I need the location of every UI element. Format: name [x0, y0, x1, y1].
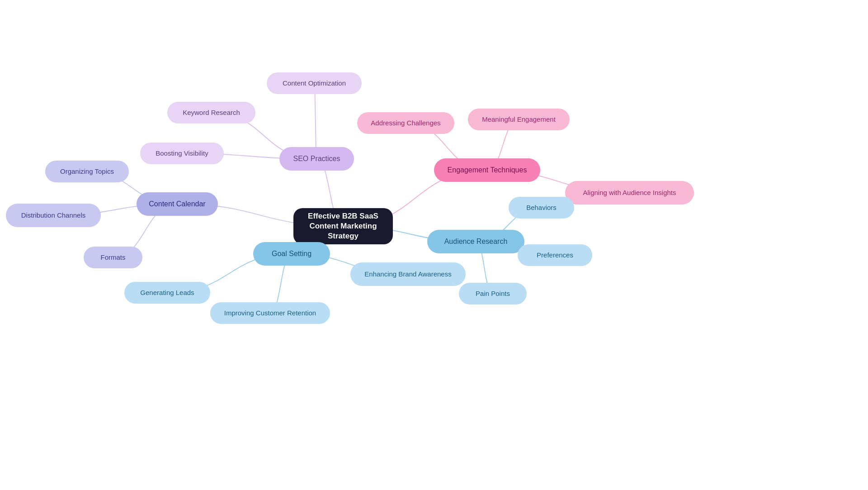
pain-points-node[interactable]: Pain Points — [459, 283, 527, 304]
engagement-techniques-label: Engagement Techniques — [448, 166, 527, 175]
generating-leads-node[interactable]: Generating Leads — [124, 282, 210, 304]
boosting-visibility-node[interactable]: Boosting Visibility — [140, 143, 224, 164]
seo-practices-label: SEO Practices — [293, 154, 340, 164]
distribution-channels-label: Distribution Channels — [21, 211, 86, 220]
content-calendar-label: Content Calendar — [149, 200, 205, 209]
meaningful-engagement-node[interactable]: Meaningful Engagement — [468, 109, 570, 130]
enhancing-brand-node[interactable]: Enhancing Brand Awareness — [350, 262, 466, 286]
center-node: Effective B2B SaaS Content Marketing Str… — [293, 208, 393, 244]
center-label: Effective B2B SaaS Content Marketing Str… — [303, 211, 383, 241]
audience-research-label: Audience Research — [444, 237, 508, 247]
keyword-research-node[interactable]: Keyword Research — [167, 102, 255, 124]
distribution-channels-node[interactable]: Distribution Channels — [6, 204, 101, 227]
meaningful-engagement-label: Meaningful Engagement — [482, 115, 556, 124]
content-calendar-node[interactable]: Content Calendar — [137, 192, 218, 216]
content-optimization-label: Content Optimization — [283, 79, 346, 88]
aligning-audience-label: Aligning with Audience Insights — [583, 188, 676, 197]
organizing-topics-node[interactable]: Organizing Topics — [45, 161, 129, 182]
goal-setting-label: Goal Setting — [272, 249, 311, 259]
content-optimization-node[interactable]: Content Optimization — [267, 72, 362, 94]
pain-points-label: Pain Points — [476, 289, 510, 298]
preferences-node[interactable]: Preferences — [518, 244, 592, 266]
organizing-topics-label: Organizing Topics — [60, 167, 114, 176]
enhancing-brand-label: Enhancing Brand Awareness — [364, 270, 451, 279]
formats-label: Formats — [100, 253, 125, 262]
behaviors-label: Behaviors — [526, 203, 557, 212]
keyword-research-label: Keyword Research — [183, 108, 240, 117]
behaviors-node[interactable]: Behaviors — [509, 197, 574, 219]
audience-research-node[interactable]: Audience Research — [427, 230, 524, 253]
addressing-challenges-label: Addressing Challenges — [371, 119, 440, 128]
improving-retention-label: Improving Customer Retention — [224, 309, 316, 318]
boosting-visibility-label: Boosting Visibility — [156, 149, 208, 158]
formats-node[interactable]: Formats — [84, 247, 142, 268]
addressing-challenges-node[interactable]: Addressing Challenges — [357, 112, 454, 134]
aligning-audience-node[interactable]: Aligning with Audience Insights — [565, 181, 694, 205]
generating-leads-label: Generating Leads — [140, 288, 194, 297]
seo-practices-node[interactable]: SEO Practices — [279, 147, 354, 171]
preferences-label: Preferences — [537, 251, 573, 260]
engagement-techniques-node[interactable]: Engagement Techniques — [434, 158, 540, 182]
improving-retention-node[interactable]: Improving Customer Retention — [210, 302, 330, 324]
goal-setting-node[interactable]: Goal Setting — [253, 242, 330, 266]
